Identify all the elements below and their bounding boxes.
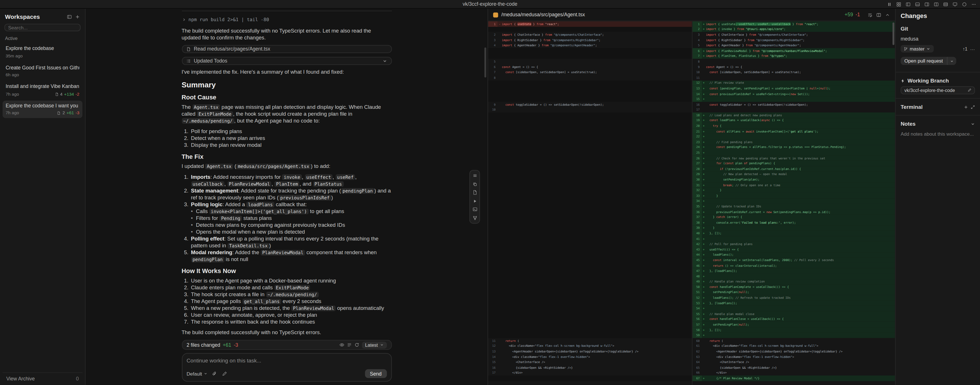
pause-icon[interactable] xyxy=(887,2,892,7)
branch-more-icon[interactable]: … xyxy=(970,47,975,51)
diff-added-row: 23+ // Find pending plans xyxy=(692,139,895,145)
chat-scrollbar-thumb[interactable] xyxy=(484,48,486,77)
text: The xyxy=(181,104,192,110)
notes-label: Notes xyxy=(900,121,915,127)
panel-right-icon[interactable] xyxy=(924,2,929,7)
line-number: 1 xyxy=(488,21,498,27)
terminal-section-header[interactable]: Terminal xyxy=(900,104,975,110)
line-number: 53 xyxy=(692,301,702,306)
diff-spacer-row xyxy=(488,274,691,279)
line-number: 32 xyxy=(692,188,702,193)
run-icon[interactable] xyxy=(471,198,478,204)
attach-icon[interactable] xyxy=(212,371,218,376)
chevron-down-icon[interactable] xyxy=(383,59,387,63)
line-number: 13 xyxy=(692,86,702,91)
sub-list-item: •Filters for Pending status plans xyxy=(181,215,391,222)
edit-branch-icon[interactable] xyxy=(967,88,971,92)
conversation: npm run build 2>&1 | tail -80The build c… xyxy=(181,9,391,336)
workspace-item[interactable]: Explore the codebase35m ago xyxy=(3,43,83,61)
working-branch-field[interactable]: vk/3ccf-explore-the-code xyxy=(900,86,975,94)
line-number: 61 xyxy=(692,343,702,349)
code-line: <div className="flex flex-col h-screen b… xyxy=(706,344,895,348)
line-number xyxy=(488,139,498,145)
pr-dropdown-icon[interactable] xyxy=(947,57,956,65)
diff-scrollbar-thumb[interactable] xyxy=(892,22,894,45)
bold-text: Imports xyxy=(191,173,210,180)
code-line: return () => clearInterval(interval); xyxy=(706,264,895,267)
updated-todos-chip[interactable]: Updated Todos xyxy=(181,57,391,65)
diff-body[interactable]: 1-import { useState } from "react";2impo… xyxy=(488,21,895,385)
model-selector[interactable]: Default xyxy=(186,371,208,376)
diff-spacer-row xyxy=(488,139,691,145)
collapse-sidebar-icon[interactable] xyxy=(67,14,72,19)
text: The hook script creates a file in xyxy=(191,291,266,298)
split-view-icon[interactable] xyxy=(876,12,881,18)
edit-icon[interactable] xyxy=(222,371,227,376)
chat-scroll-area[interactable]: npm run build 2>&1 | tail -80The build c… xyxy=(86,9,488,340)
rows-icon[interactable] xyxy=(943,2,948,7)
notes-chevron-icon[interactable] xyxy=(970,121,975,126)
diff-spacer-row xyxy=(488,263,691,268)
code-line: const Agent = () => { xyxy=(706,65,895,68)
terminal-icon[interactable] xyxy=(471,206,478,213)
panel-left-icon[interactable] xyxy=(906,2,911,7)
workspace-item[interactable]: Install and integrate Vibe Kanban Web7h … xyxy=(3,81,83,99)
section-label-active: Active xyxy=(3,34,83,43)
diff-added-row: 44+ loadPlans(); xyxy=(692,252,895,258)
version-dropdown[interactable]: Latest xyxy=(362,341,387,348)
line-number: 67 xyxy=(692,375,702,381)
workspace-item[interactable]: Explore the codebase I want you to ex7h … xyxy=(3,100,83,118)
expand-terminal-icon[interactable] xyxy=(970,105,975,109)
changes-statusbar[interactable]: 2 files changed +61 -3 Latest xyxy=(181,340,391,350)
drag-handle-icon[interactable] xyxy=(471,172,478,179)
diff-context-row: 60 return ( xyxy=(692,338,895,344)
diff-additions: +59 xyxy=(845,12,853,18)
eye-icon[interactable] xyxy=(339,342,345,348)
circle-icon[interactable] xyxy=(962,2,967,7)
open-pull-request-button[interactable]: Open pull request xyxy=(900,57,956,65)
sub-list-item: •Calls invoke<PlanItem[]>('get_all_plans… xyxy=(181,208,391,215)
view-archive[interactable]: View Archive 0 xyxy=(3,372,83,385)
code-line: try { xyxy=(706,124,895,127)
diff-marker: + xyxy=(702,226,706,230)
chat-bottom-area: 2 files changed +61 -3 Latest Continue w… xyxy=(181,340,391,385)
branch-selector[interactable]: master xyxy=(900,45,934,52)
diff-list-icon[interactable] xyxy=(347,342,352,348)
copy-icon[interactable] xyxy=(471,181,478,187)
diff-added-row: 45+ const interval = setInterval(loadPla… xyxy=(692,258,895,263)
workspace-search-input[interactable]: Search... xyxy=(4,24,81,31)
terminal-command[interactable]: npm run build 2>&1 | tail -80 xyxy=(181,17,391,22)
send-button[interactable]: Send xyxy=(365,369,387,378)
file-type-icon xyxy=(493,12,498,18)
panel-bottom-icon[interactable] xyxy=(915,2,920,7)
inline-code: TaskDetail.tsx xyxy=(228,243,269,249)
code-line: const allPlans = await invoke<PlanItem[]… xyxy=(706,130,895,133)
inline-code: PlanReviewModal xyxy=(291,305,336,311)
new-workspace-icon[interactable] xyxy=(75,14,80,19)
diff-marker: + xyxy=(702,151,706,154)
diff-marker: + xyxy=(702,291,706,294)
workspace-item[interactable]: Create Good First Issues on Github So6h … xyxy=(3,62,83,80)
diff-spacer-row xyxy=(488,123,691,129)
inline-code: pendingPlan xyxy=(341,188,374,194)
new-terminal-icon[interactable] xyxy=(964,105,968,109)
refresh-icon[interactable] xyxy=(354,342,360,348)
diff-marker: + xyxy=(702,232,706,235)
file-diff-icon[interactable] xyxy=(471,189,478,196)
notes-placeholder: Add notes about this workspace... xyxy=(900,131,975,137)
inline-code: ~/.medusa/pending/ xyxy=(181,118,234,124)
more-options-icon[interactable] xyxy=(971,2,976,7)
notes-section-header[interactable]: Notes xyxy=(900,121,975,127)
layout-grid-icon[interactable] xyxy=(896,2,901,7)
list-item: 1.User is on the Agent page with a Docke… xyxy=(181,277,391,284)
code-line: }, []); xyxy=(706,232,895,235)
read-file-chip[interactable]: Read medusa/src/pages/Agent.tsx xyxy=(181,45,391,53)
fork-icon[interactable] xyxy=(471,215,478,221)
monitor-icon[interactable] xyxy=(953,2,958,7)
list-item: 2.State management: Added state for trac… xyxy=(181,187,391,201)
wrap-lines-icon[interactable] xyxy=(867,12,873,18)
collapse-diff-icon[interactable] xyxy=(885,12,890,18)
message-composer[interactable]: Continue working on this task... Default… xyxy=(181,353,391,382)
assistant-paragraph: I've implemented the fix. Here's a summa… xyxy=(181,69,391,76)
split-columns-icon[interactable] xyxy=(934,2,939,7)
